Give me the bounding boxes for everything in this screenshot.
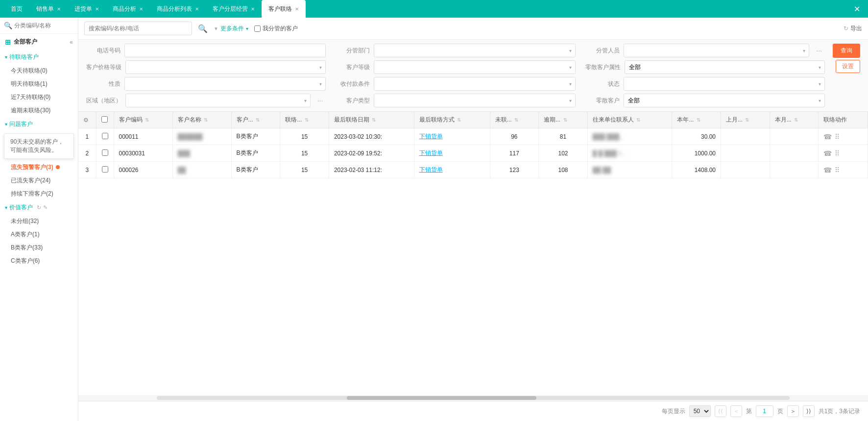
settings-gear-icon[interactable]: ⚙ — [83, 117, 89, 124]
sort-icon-this-year[interactable]: ⇅ — [697, 117, 700, 123]
dept-select[interactable] — [374, 44, 575, 57]
more-conditions-btn[interactable]: ▼ 更多条件 ▾ — [214, 25, 248, 33]
phone-input[interactable] — [124, 44, 326, 57]
customer-type-select[interactable] — [374, 94, 575, 107]
grid-icon: ⊞ — [5, 38, 11, 46]
my-customers-checkbox[interactable]: 我分管的客户 — [254, 25, 298, 33]
horizontal-scrollbar[interactable] — [78, 395, 868, 401]
manager-select[interactable] — [624, 44, 810, 57]
tab-product-analysis-list-close[interactable]: ✕ — [195, 6, 199, 12]
page-input[interactable] — [756, 405, 773, 417]
region-select[interactable] — [125, 94, 311, 107]
status-select[interactable] — [624, 77, 825, 91]
sidebar-item-today[interactable]: 今天待联络(0) — [0, 64, 78, 77]
row-last-method[interactable]: 下销货单 — [414, 162, 490, 178]
sidebar-search-input[interactable] — [14, 22, 74, 29]
tab-product-analysis-close[interactable]: ✕ — [139, 6, 143, 12]
sort-icon-last-date[interactable]: ⇅ — [372, 117, 376, 123]
action-phone-icon[interactable]: ☎ — [823, 149, 832, 157]
search-input[interactable] — [84, 22, 192, 35]
tab-product-analysis-list[interactable]: 商品分析列表 ✕ — [150, 0, 206, 18]
tab-customer-segment[interactable]: 客户分层经营 ✕ — [206, 0, 262, 18]
retail-customer-select[interactable]: 全部 — [624, 94, 825, 107]
sort-icon-this-month[interactable]: ⇅ — [794, 117, 798, 123]
sidebar-item-declining[interactable]: 持续下滑客户(2) — [0, 187, 78, 200]
row-last-method[interactable]: 下销货单 — [414, 128, 490, 145]
per-page-select[interactable]: 50 — [689, 405, 711, 417]
retail-attr-select[interactable]: 全部 — [625, 60, 825, 74]
next-page-btn[interactable]: ＞ — [787, 405, 799, 417]
sidebar-group-value[interactable]: ▾ 价值客户 ↻ ✎ — [0, 200, 78, 215]
my-customers-check[interactable] — [254, 25, 261, 32]
tab-purchase[interactable]: 进货单 ✕ — [68, 0, 106, 18]
sidebar-item-ungroup[interactable]: 未分组(32) — [0, 215, 78, 228]
tab-home[interactable]: 首页 — [4, 0, 29, 18]
filter-customer-type: 客户类型 — [336, 94, 575, 107]
tab-purchase-close[interactable]: ✕ — [95, 6, 99, 12]
payment-select[interactable] — [374, 77, 575, 91]
sidebar-collapse-btn[interactable]: « — [70, 39, 73, 46]
sort-icon-last-month[interactable]: ⇅ — [745, 117, 749, 123]
action-more-icon[interactable]: ⠿ — [835, 133, 840, 141]
sidebar-item-class-b[interactable]: B类客户(33) — [0, 241, 78, 254]
action-more-icon[interactable]: ⠿ — [835, 149, 840, 157]
sidebar-item-class-a[interactable]: A类客户(1) — [0, 228, 78, 241]
tab-sales-close[interactable]: ✕ — [57, 6, 61, 12]
sidebar-item-7days[interactable]: 近7天待联络(0) — [0, 91, 78, 104]
tab-customer-contact[interactable]: 客户联络 ✕ — [262, 0, 306, 18]
tab-sales[interactable]: 销售单 ✕ — [29, 0, 68, 18]
col-no-contact: 未联... ⇅ — [490, 112, 539, 128]
action-phone-icon[interactable]: ☎ — [823, 166, 832, 174]
sidebar-group-pending[interactable]: ▾ 待联络客户 — [0, 50, 78, 64]
tab-customer-contact-close[interactable]: ✕ — [295, 6, 299, 12]
sort-icon-last-method[interactable]: ⇅ — [457, 117, 461, 123]
manager-more-btn[interactable]: ··· — [813, 47, 825, 54]
scrollbar-thumb[interactable] — [347, 396, 537, 400]
tab-product-analysis[interactable]: 商品分析 ✕ — [106, 0, 150, 18]
row-checkbox[interactable] — [96, 128, 114, 145]
page-end-label: 页 — [777, 407, 783, 416]
row-no-contact: 123 — [490, 162, 539, 178]
last-page-btn[interactable]: ⟩⟩ — [803, 405, 815, 417]
sidebar-item-churned[interactable]: 已流失客户(24) — [0, 174, 78, 187]
sidebar-item-class-c[interactable]: C类客户(6) — [0, 254, 78, 268]
row-checkbox[interactable] — [96, 162, 114, 178]
sidebar-item-overdue[interactable]: 逾期未联络(30) — [0, 104, 78, 117]
first-page-btn[interactable]: ⟨⟨ — [715, 405, 726, 417]
price-grade-select[interactable] — [125, 60, 326, 74]
export-button[interactable]: ↻ 导出 — [844, 25, 862, 33]
query-button[interactable]: 查询 — [833, 44, 860, 58]
row-last-method[interactable]: 下销货单 — [414, 145, 490, 162]
nature-select[interactable] — [124, 77, 326, 91]
sidebar-group-problem[interactable]: ▾ 问题客户 — [0, 117, 78, 131]
sort-icon-code[interactable]: ⇅ — [145, 117, 149, 123]
prev-page-btn[interactable]: ＜ — [730, 405, 742, 417]
sidebar-item-churn-warning[interactable]: 流失预警客户(3) — [0, 161, 78, 174]
group-arrow-pending: ▾ — [5, 54, 7, 60]
refresh-icon[interactable]: ↻ — [37, 204, 41, 211]
sort-icon-overdue[interactable]: ⇅ — [563, 117, 567, 123]
action-phone-icon[interactable]: ☎ — [823, 133, 832, 141]
customer-grade-select[interactable] — [374, 60, 575, 74]
sort-icon-name[interactable]: ⇅ — [204, 117, 208, 123]
row-unit-contact: █ █ ███ 3... — [587, 145, 672, 162]
tab-customer-segment-close[interactable]: ✕ — [251, 6, 255, 12]
row-this-year: 1408.00 — [672, 162, 721, 178]
sidebar-item-tomorrow[interactable]: 明天待联络(1) — [0, 77, 78, 91]
settings-button[interactable]: 设置 — [836, 60, 860, 73]
row-checkbox[interactable] — [96, 145, 114, 162]
window-close-btn[interactable]: ✕ — [850, 4, 864, 14]
col-settings[interactable]: ⚙ — [78, 112, 96, 128]
search-button[interactable]: 🔍 — [198, 24, 208, 33]
region-more-btn[interactable]: ··· — [314, 97, 326, 104]
select-all-checkbox[interactable] — [101, 116, 108, 123]
col-contact: 联络... ⇅ — [280, 112, 329, 128]
edit-icon[interactable]: ✎ — [43, 204, 48, 211]
sort-icon-type[interactable]: ⇅ — [256, 117, 260, 123]
filter-phone: 电话号码 — [86, 44, 326, 57]
sort-icon-contact[interactable]: ⇅ — [305, 117, 309, 123]
action-more-icon[interactable]: ⠿ — [835, 166, 840, 174]
sort-icon-no-contact[interactable]: ⇅ — [514, 117, 518, 123]
sort-icon-unit-contact[interactable]: ⇅ — [636, 117, 640, 123]
col-checkbox[interactable] — [96, 112, 114, 128]
